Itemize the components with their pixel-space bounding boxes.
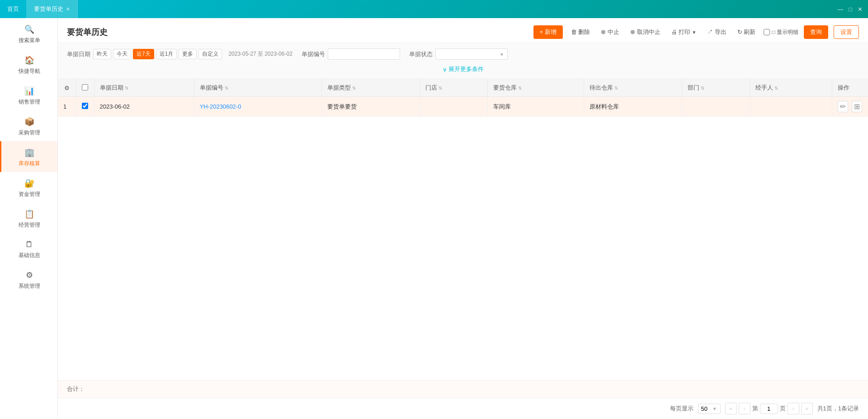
window-minimize[interactable]: —: [837, 6, 843, 13]
row-detail-button[interactable]: ⊞: [852, 101, 862, 112]
basic-info-icon: 🗒: [25, 240, 33, 249]
delete-label: 🗑 删除: [571, 28, 590, 36]
cell-doc-no: YH-20230602-0: [194, 97, 321, 117]
page-label-before: 第: [752, 405, 758, 413]
col-doc-type: 单据类型 ⇅: [321, 79, 420, 97]
page-next-button[interactable]: ›: [788, 403, 799, 414]
date-btn-7days[interactable]: 近7天: [133, 49, 154, 59]
expand-filter-button[interactable]: ∨ 展开更多条件: [441, 63, 486, 75]
sort-icon-doc-date[interactable]: ⇅: [125, 86, 128, 90]
sort-icon-req-warehouse[interactable]: ⇅: [518, 86, 522, 90]
setting-label: 设置: [840, 29, 852, 35]
summary-label: 合计：: [67, 386, 85, 392]
show-detail-checkbox[interactable]: [764, 29, 770, 35]
sidebar-item-basic-info[interactable]: 🗒 基础信息: [0, 233, 57, 264]
new-label: + 新增: [540, 28, 557, 36]
window-maximize[interactable]: □: [849, 6, 852, 13]
top-tabs: 首页 要货单历史 ✕: [0, 0, 78, 18]
docno-filter-item: 单据编号: [302, 48, 400, 60]
tab-requisition-history[interactable]: 要货单历史 ✕: [27, 0, 78, 18]
status-filter-label: 单据状态: [409, 50, 433, 58]
docno-filter-input[interactable]: [328, 48, 400, 60]
sort-icon-pending-warehouse[interactable]: ⇅: [614, 86, 618, 90]
sidebar-item-purchase-mgmt[interactable]: 📦 采购管理: [0, 110, 57, 141]
page-first-button[interactable]: «: [725, 403, 737, 414]
toolbar: + 新增 🗑 删除 ⊗ 中止 ⊗ 取消中止 🖨 打印 ▼ ↗ 导出: [533, 25, 859, 39]
filter-row-2: ∨ 展开更多条件: [67, 63, 859, 75]
row-edit-button[interactable]: ✏: [838, 101, 848, 112]
date-range-btns: 昨天 今天 近7天 近1月 更多 自定义: [93, 49, 222, 59]
export-button[interactable]: ↗ 导出: [704, 26, 729, 38]
sidebar-item-label: 销售管理: [19, 98, 40, 106]
date-range-text: 2023-05-27 至 2023-06-02: [228, 51, 292, 57]
table-header-row: ⚙ 单据日期 ⇅ 单据编号: [58, 79, 868, 97]
show-detail-label: □ 显示明细: [772, 29, 798, 36]
sort-icon-handler[interactable]: ⇅: [774, 86, 778, 90]
print-button[interactable]: 🖨 打印 ▼: [669, 26, 699, 38]
doc-no-link[interactable]: YH-20230602-0: [200, 103, 241, 110]
sidebar-item-search-menu[interactable]: 🔍 搜索菜单: [0, 18, 57, 49]
refresh-button[interactable]: ↻ 刷新: [735, 26, 759, 38]
window-close[interactable]: ✕: [858, 6, 863, 13]
cell-doc-type: 要货单要货: [321, 97, 420, 117]
cell-pending-warehouse: 原材料仓库: [584, 97, 682, 117]
date-filter-label: 单据日期: [67, 50, 90, 58]
setting-button[interactable]: 设置: [834, 25, 859, 39]
select-all-checkbox[interactable]: [82, 84, 88, 90]
filter-row-1: 单据日期 昨天 今天 近7天 近1月 更多 自定义 2023-05-27 至 2…: [67, 48, 859, 60]
pagination-info: 共1页，1条记录: [817, 405, 859, 413]
sidebar-item-inventory-calc[interactable]: 🏢 库存核算: [0, 141, 57, 172]
window-controls: — □ ✕: [837, 6, 868, 13]
date-btn-1month[interactable]: 近1月: [156, 49, 177, 59]
page-number-input[interactable]: [760, 404, 778, 414]
sidebar-item-label: 基础信息: [19, 252, 40, 259]
date-btn-yesterday[interactable]: 昨天: [93, 49, 111, 59]
sidebar-item-operations-mgmt[interactable]: 📋 经营管理: [0, 203, 57, 233]
action-icons: ✏ ⊞: [838, 101, 863, 112]
sidebar-item-system-mgmt[interactable]: ⚙ 系统管理: [0, 264, 57, 295]
tab-home[interactable]: 首页: [0, 0, 27, 18]
date-btn-custom[interactable]: 自定义: [198, 49, 222, 59]
sort-icon-store[interactable]: ⇅: [439, 86, 442, 90]
cell-req-warehouse: 车间库: [488, 97, 584, 117]
sidebar-item-label: 资金管理: [19, 190, 40, 198]
sales-icon: 📊: [24, 86, 34, 96]
date-btn-more[interactable]: 更多: [179, 49, 197, 59]
sort-icon-doc-no[interactable]: ⇅: [225, 86, 228, 90]
page-last-button[interactable]: »: [801, 403, 813, 414]
new-button[interactable]: + 新增: [533, 25, 563, 39]
funds-icon: 🔐: [24, 178, 34, 188]
print-dropdown-icon[interactable]: ▼: [692, 30, 696, 35]
query-button[interactable]: 查询: [804, 25, 828, 39]
main-layout: 🔍 搜索菜单 🏠 快捷导航 📊 销售管理 📦 采购管理 🏢 库存核算 🔐 资金管…: [0, 18, 868, 419]
col-store: 门店 ⇅: [420, 79, 488, 97]
sidebar-item-label: 采购管理: [19, 129, 40, 137]
stop-button[interactable]: ⊗ 中止: [598, 26, 622, 38]
date-filter-item: 单据日期 昨天 今天 近7天 近1月 更多 自定义 2023-05-27 至 2…: [67, 49, 292, 59]
col-doc-date: 单据日期 ⇅: [94, 79, 194, 97]
cell-action: ✏ ⊞: [832, 97, 868, 117]
cancel-stop-button[interactable]: ⊗ 取消中止: [627, 26, 663, 38]
status-filter-select[interactable]: 待审核 已审核 已中止: [435, 48, 508, 60]
page-prev-button[interactable]: ‹: [739, 403, 750, 414]
delete-button[interactable]: 🗑 删除: [568, 26, 593, 38]
sidebar-item-quick-nav[interactable]: 🏠 快捷导航: [0, 49, 57, 80]
row-checkbox[interactable]: [82, 103, 88, 109]
col-checkbox: [76, 79, 94, 97]
sidebar-item-sales-mgmt[interactable]: 📊 销售管理: [0, 80, 57, 110]
sidebar: 🔍 搜索菜单 🏠 快捷导航 📊 销售管理 📦 采购管理 🏢 库存核算 🔐 资金管…: [0, 18, 58, 419]
sort-icon-dept[interactable]: ⇅: [701, 86, 704, 90]
pagination-bar: 每页显示 10 20 50 100 « ‹ 第 页 › » 共1页，1条记录: [58, 398, 868, 419]
date-btn-today[interactable]: 今天: [113, 49, 131, 59]
tab-close-icon[interactable]: ✕: [66, 6, 70, 12]
per-page-select[interactable]: 10 20 50 100: [698, 404, 721, 414]
col-req-warehouse: 要货仓库 ⇅: [488, 79, 584, 97]
expand-icon: ∨: [443, 66, 447, 73]
sort-icon-doc-type[interactable]: ⇅: [352, 86, 356, 90]
per-page-select-wrapper: 10 20 50 100: [698, 404, 721, 414]
filter-area: 单据日期 昨天 今天 近7天 近1月 更多 自定义 2023-05-27 至 2…: [58, 43, 868, 79]
tab-requisition-label: 要货单历史: [34, 5, 63, 13]
system-mgmt-icon: ⚙: [26, 270, 33, 280]
sidebar-item-funds-mgmt[interactable]: 🔐 资金管理: [0, 172, 57, 203]
per-page-label: 每页显示: [670, 405, 693, 413]
